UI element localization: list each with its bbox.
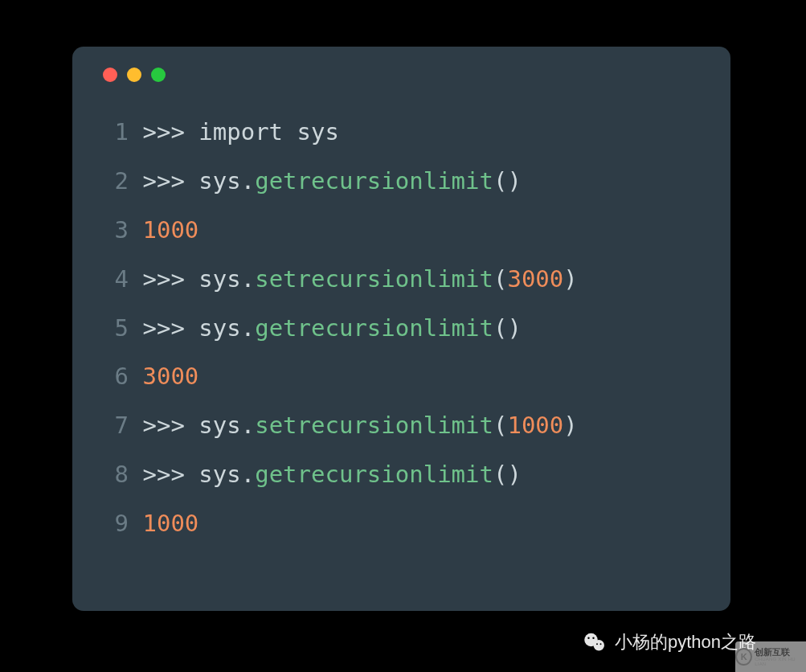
line-number: 4 bbox=[98, 255, 129, 304]
code-content: >>> sys.setrecursionlimit(3000) bbox=[142, 255, 577, 304]
code-line: 2 >>> sys.getrecursionlimit() bbox=[98, 157, 705, 206]
zoom-icon[interactable] bbox=[151, 68, 166, 82]
line-number: 5 bbox=[98, 304, 129, 353]
line-number: 1 bbox=[98, 108, 129, 157]
code-content: >>> import sys bbox=[142, 108, 338, 157]
code-block: 1 >>> import sys2 >>> sys.getrecursionli… bbox=[98, 108, 705, 548]
svg-point-2 bbox=[587, 637, 589, 639]
code-content: 3000 bbox=[142, 352, 198, 401]
minimize-icon[interactable] bbox=[127, 68, 141, 82]
line-number: 6 bbox=[98, 352, 129, 401]
code-content: >>> sys.getrecursionlimit() bbox=[142, 157, 521, 206]
terminal-window: 1 >>> import sys2 >>> sys.getrecursionli… bbox=[72, 47, 730, 611]
code-line: 4 >>> sys.setrecursionlimit(3000) bbox=[98, 255, 705, 304]
line-number: 8 bbox=[98, 450, 129, 499]
code-content: >>> sys.getrecursionlimit() bbox=[142, 304, 521, 353]
watermark-en: CHUANG XIN HU LIAN bbox=[755, 657, 806, 666]
close-icon[interactable] bbox=[103, 68, 117, 82]
line-number: 3 bbox=[98, 206, 129, 255]
watermark-cn: 创新互联 bbox=[755, 648, 806, 657]
code-line: 8 >>> sys.getrecursionlimit() bbox=[98, 450, 705, 499]
code-line: 9 1000 bbox=[98, 499, 705, 548]
wechat-icon bbox=[583, 630, 607, 654]
watermark: K 创新互联 CHUANG XIN HU LIAN bbox=[735, 641, 806, 672]
svg-point-5 bbox=[599, 643, 601, 645]
code-content: 1000 bbox=[142, 499, 198, 548]
code-line: 1 >>> import sys bbox=[98, 108, 705, 157]
watermark-logo-icon: K bbox=[735, 648, 752, 666]
svg-point-1 bbox=[593, 640, 604, 651]
code-line: 7 >>> sys.setrecursionlimit(1000) bbox=[98, 401, 705, 450]
code-content: >>> sys.setrecursionlimit(1000) bbox=[142, 401, 577, 450]
window-titlebar bbox=[103, 68, 705, 82]
code-line: 5 >>> sys.getrecursionlimit() bbox=[98, 304, 705, 353]
line-number: 7 bbox=[98, 401, 129, 450]
svg-point-3 bbox=[592, 637, 594, 639]
attribution: 小杨的python之路 bbox=[583, 630, 756, 654]
code-line: 3 1000 bbox=[98, 206, 705, 255]
line-number: 2 bbox=[98, 157, 129, 206]
code-content: >>> sys.getrecursionlimit() bbox=[142, 450, 521, 499]
code-line: 6 3000 bbox=[98, 352, 705, 401]
svg-point-4 bbox=[596, 643, 598, 645]
code-content: 1000 bbox=[142, 206, 198, 255]
line-number: 9 bbox=[98, 499, 129, 548]
